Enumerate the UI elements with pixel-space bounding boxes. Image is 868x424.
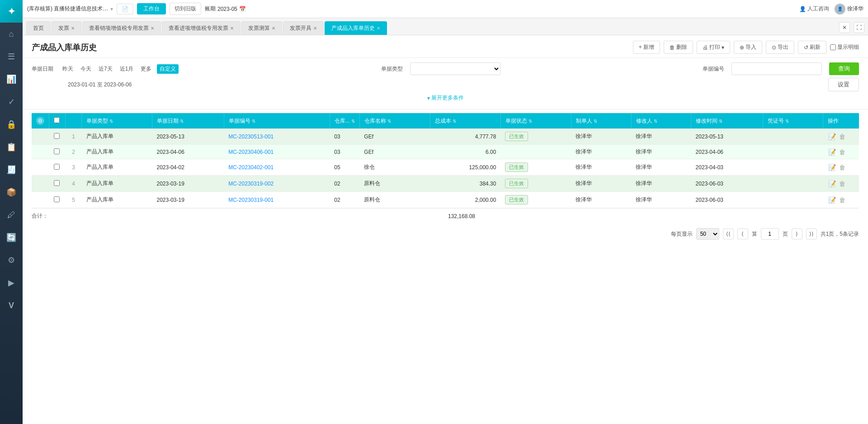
th-warehouse-name[interactable]: 仓库名称⇅ [359, 113, 430, 129]
period-calendar-icon[interactable]: 📅 [239, 6, 246, 12]
th-modifier[interactable]: 修改人⇅ [631, 113, 691, 129]
sidebar-item-home[interactable]: ⌂ [0, 23, 23, 45]
cell-checkbox[interactable] [49, 129, 66, 145]
th-creator[interactable]: 制单人⇅ [571, 113, 631, 129]
number-link[interactable]: MC-20230406-001 [228, 149, 274, 155]
th-number[interactable]: 单据编号⇅ [224, 113, 330, 129]
tab-invoice[interactable]: 发票 ✕ [52, 21, 81, 35]
delete-row-icon[interactable]: 🗑 [839, 164, 845, 171]
cell-checkbox[interactable] [49, 159, 66, 176]
row-checkbox[interactable] [54, 164, 60, 170]
more-btn[interactable]: 更多 [139, 64, 153, 74]
delete-row-icon[interactable]: 🗑 [839, 180, 845, 187]
th-type[interactable]: 单据类型⇅ [82, 113, 152, 129]
number-link[interactable]: MC-20230319-002 [228, 181, 274, 187]
th-modify-time[interactable]: 修改时间⇅ [691, 113, 763, 129]
edit-icon[interactable]: 📝 [828, 180, 836, 187]
tab-open-close[interactable]: ✕ [313, 26, 317, 31]
tab-calc-close[interactable]: ✕ [272, 26, 275, 31]
cell-number[interactable]: MC-20230319-001 [224, 192, 330, 208]
period-selector[interactable]: 账期 2023-05 📅 [205, 5, 246, 13]
cell-number[interactable]: MC-20230406-001 [224, 145, 330, 159]
delete-row-icon[interactable]: 🗑 [839, 148, 845, 156]
tab-check-output[interactable]: 查看销项增值税专用发票 ✕ [82, 21, 161, 35]
close-all-tabs-btn[interactable]: ✕ [839, 22, 850, 33]
company-dropdown-icon[interactable]: ▾ [110, 6, 113, 12]
cell-checkbox[interactable] [49, 176, 66, 192]
number-input[interactable] [731, 62, 822, 75]
document-btn[interactable]: 📄 [117, 4, 133, 14]
yesterday-btn[interactable]: 昨天 [61, 64, 75, 74]
sidebar-item-vip[interactable]: V [0, 294, 23, 317]
number-link[interactable]: MC-20230402-001 [228, 164, 274, 171]
app-logo[interactable]: ✦ [0, 0, 23, 23]
th-status[interactable]: 单据状态⇅ [500, 113, 571, 129]
last-page-btn[interactable]: ⟩⟩ [806, 229, 817, 239]
edit-icon[interactable]: 📝 [828, 133, 836, 140]
row-checkbox[interactable] [54, 148, 60, 154]
cell-number[interactable]: MC-20230402-001 [224, 159, 330, 176]
sidebar-item-sync[interactable]: 🔄 [0, 226, 23, 249]
sidebar-item-chart[interactable]: 📊 [0, 68, 23, 91]
print-btn[interactable]: 🖨 打印 ▾ [697, 41, 730, 54]
today-btn[interactable]: 今天 [79, 64, 93, 74]
cell-checkbox[interactable] [49, 145, 66, 159]
th-date[interactable]: 单据日期⇅ [152, 113, 224, 129]
per-page-select[interactable]: 20 50 100 [696, 228, 719, 240]
number-link[interactable]: MC-20230513-001 [228, 133, 274, 140]
sidebar-item-report[interactable]: 📋 [0, 136, 23, 158]
sidebar-item-stamp[interactable]: 🖊 [0, 204, 23, 226]
custom-btn[interactable]: 自定义 [157, 64, 179, 74]
expand-conditions-btn[interactable]: ▾ 展开更多条件 [427, 94, 464, 102]
sidebar-item-audit[interactable]: ✓ [0, 91, 23, 113]
th-settings[interactable]: ⚙ [32, 113, 49, 129]
tab-invoice-close[interactable]: ✕ [71, 26, 75, 31]
tab-product-history[interactable]: 产成品入库单历史 ✕ [325, 21, 387, 35]
number-link[interactable]: MC-20230319-001 [228, 197, 274, 203]
next-page-btn[interactable]: ⟩ [792, 229, 802, 239]
edit-icon[interactable]: 📝 [828, 164, 836, 171]
7days-btn[interactable]: 近7天 [97, 64, 114, 74]
row-checkbox[interactable] [54, 180, 60, 186]
tab-home[interactable]: 首页 [26, 21, 51, 35]
1month-btn[interactable]: 近1月 [118, 64, 136, 74]
switch-version-btn[interactable]: 切到旧版 [170, 3, 201, 15]
tab-calc[interactable]: 发票测算 ✕ [241, 21, 282, 35]
page-number-input[interactable] [761, 228, 779, 240]
sidebar-item-doc[interactable]: ☰ [0, 45, 23, 68]
query-btn[interactable]: 查询 [829, 62, 859, 75]
sidebar-item-settings2[interactable]: ⚙ [0, 249, 23, 272]
help-btn[interactable]: 👤 人工咨询 [799, 5, 829, 13]
th-warehouse-code[interactable]: 仓库...⇅ [330, 113, 359, 129]
sidebar-item-inventory[interactable]: 📦 [0, 181, 23, 204]
export-btn[interactable]: ⊙ 导出 [766, 41, 794, 54]
workbench-btn[interactable]: 工作台 [137, 3, 166, 14]
delete-btn[interactable]: 🗑 删除 [664, 41, 693, 54]
cell-checkbox[interactable] [49, 192, 66, 208]
sidebar-item-media[interactable]: ▶ [0, 272, 23, 294]
tab-check-input-close[interactable]: ✕ [230, 26, 234, 31]
gear-icon[interactable]: ⚙ [36, 117, 44, 125]
tab-product-history-close[interactable]: ✕ [377, 26, 380, 31]
edit-icon[interactable]: 📝 [828, 148, 836, 156]
row-checkbox[interactable] [54, 133, 60, 139]
new-btn[interactable]: + 新增 [633, 41, 660, 54]
th-checkbox[interactable] [49, 113, 66, 129]
edit-icon[interactable]: 📝 [828, 196, 836, 204]
delete-row-icon[interactable]: 🗑 [839, 133, 845, 140]
first-page-btn[interactable]: ⟨⟨ [723, 229, 734, 239]
print-dropdown-icon[interactable]: ▾ [722, 44, 724, 51]
th-voucher[interactable]: 凭证号⇅ [763, 113, 823, 129]
cell-number[interactable]: MC-20230513-001 [224, 129, 330, 145]
user-menu[interactable]: 👤 徐泽华 [835, 4, 863, 14]
tab-check-output-close[interactable]: ✕ [151, 26, 154, 31]
row-checkbox[interactable] [54, 196, 60, 202]
tab-open[interactable]: 发票开具 ✕ [283, 21, 324, 35]
sidebar-item-lock[interactable]: 🔒 [0, 113, 23, 136]
sidebar-item-bill[interactable]: 🧾 [0, 158, 23, 181]
refresh-btn[interactable]: ↺ 刷新 [798, 41, 826, 54]
delete-row-icon[interactable]: 🗑 [839, 196, 845, 204]
cell-number[interactable]: MC-20230319-002 [224, 176, 330, 192]
th-total-cost[interactable]: 总成本⇅ [430, 113, 500, 129]
show-detail-checkbox[interactable] [830, 44, 836, 50]
